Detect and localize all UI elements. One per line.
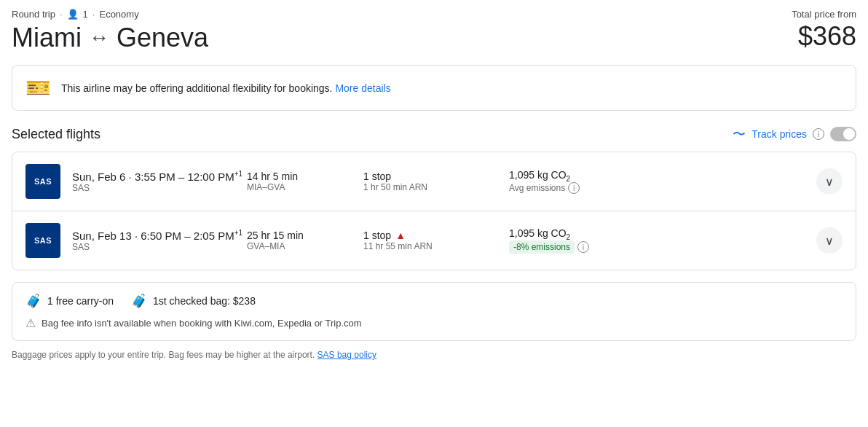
baggage-row: 🧳 1 free carry-on 🧳 1st checked bag: $23… xyxy=(25,293,843,309)
emissions-badge-2: -8% emissions xyxy=(509,240,575,254)
trip-meta: Round trip · 👤 1 · Economy xyxy=(12,9,208,20)
section-header: Selected flights 〜 Track prices i xyxy=(12,125,856,143)
expand-button-1[interactable]: ∨ xyxy=(816,168,843,195)
stops-detail-1: 1 hr 50 min ARN xyxy=(363,182,509,192)
flex-main-text: This airline may be offering additional … xyxy=(61,82,333,94)
flight-emissions-1: 1,095 kg CO2 Avg emissions i xyxy=(509,169,816,195)
more-details-link[interactable]: More details xyxy=(335,82,390,94)
arrival-time-1: 12:00 PM+1 xyxy=(187,171,242,183)
section-title: Selected flights xyxy=(12,127,100,142)
page-container: Round trip · 👤 1 · Economy Miami ↔ Genev… xyxy=(0,0,868,369)
duration-route-2: GVA–MIA xyxy=(247,241,363,251)
passenger-count: 1 xyxy=(83,9,88,20)
emissions-main-1: 1,095 kg CO2 xyxy=(509,169,816,183)
header: Round trip · 👤 1 · Economy Miami ↔ Genev… xyxy=(12,9,856,53)
flight-time-range-1: Sun, Feb 6 · 3:55 PM – 12:00 PM+1 xyxy=(72,170,247,183)
flight-row: SAS Sun, Feb 6 · 3:55 PM – 12:00 PM+1 SA… xyxy=(12,152,856,211)
emissions-label-2: -8% emissions i xyxy=(509,240,816,254)
checked-bag-icon: 🧳 xyxy=(131,293,147,309)
trip-type-label: Round trip xyxy=(12,9,55,20)
warning-icon-2: ▲ xyxy=(395,230,406,241)
duration-main-1: 14 hr 5 min xyxy=(247,171,363,182)
bag-policy-link[interactable]: SAS bag policy xyxy=(317,350,376,360)
airline-logo-2: SAS xyxy=(25,223,60,258)
stops-main-2: 1 stop ▲ xyxy=(363,230,509,241)
warning-triangle-icon: ⚠ xyxy=(25,316,36,330)
stops-detail-2: 11 hr 55 min ARN xyxy=(363,241,509,251)
header-left: Round trip · 👤 1 · Economy Miami ↔ Genev… xyxy=(12,9,208,53)
flight-date-2: Sun, Feb 13 xyxy=(72,230,132,242)
emissions-info-icon-1[interactable]: i xyxy=(568,182,580,194)
flexibility-text: This airline may be offering additional … xyxy=(61,82,391,94)
flight-date-1: Sun, Feb 6 xyxy=(72,171,125,183)
destination-city: Geneva xyxy=(117,23,208,53)
stops-main-1: 1 stop xyxy=(363,171,509,182)
arrival-time-2: 2:05 PM+1 xyxy=(194,230,242,242)
airline-name-2: SAS xyxy=(72,242,247,252)
carry-on-icon: 🧳 xyxy=(25,293,42,309)
carry-on-label: 1 free carry-on xyxy=(47,295,114,307)
flight-times-1: Sun, Feb 6 · 3:55 PM – 12:00 PM+1 SAS xyxy=(72,170,247,193)
flight-stops-1: 1 stop 1 hr 50 min ARN xyxy=(363,171,509,192)
flight-duration-2: 25 hr 15 min GVA–MIA xyxy=(247,230,363,251)
flight-duration-1: 14 hr 5 min MIA–GVA xyxy=(247,171,363,192)
emissions-main-2: 1,095 kg CO2 xyxy=(509,227,816,241)
duration-route-1: MIA–GVA xyxy=(247,182,363,192)
track-prices-label[interactable]: Track prices xyxy=(751,128,807,140)
airline-name-1: SAS xyxy=(72,183,247,193)
flights-container: SAS Sun, Feb 6 · 3:55 PM – 12:00 PM+1 SA… xyxy=(12,152,856,270)
flexibility-banner: 🎫 This airline may be offering additiona… xyxy=(12,65,856,111)
flight-row-2: SAS Sun, Feb 13 · 6:50 PM – 2:05 PM+1 SA… xyxy=(12,211,856,270)
flight-times-2: Sun, Feb 13 · 6:50 PM – 2:05 PM+1 SAS xyxy=(72,229,247,252)
route-title: Miami ↔ Geneva xyxy=(12,23,208,53)
baggage-box: 🧳 1 free carry-on 🧳 1st checked bag: $23… xyxy=(12,282,856,341)
expand-button-2[interactable]: ∨ xyxy=(816,227,843,254)
checked-bag-label: 1st checked bag: $238 xyxy=(153,295,256,307)
header-right: Total price from $368 xyxy=(792,9,856,52)
track-prices-area: 〜 Track prices i xyxy=(733,125,856,143)
origin-city: Miami xyxy=(12,23,82,53)
cabin-class: Economy xyxy=(99,9,138,20)
route-arrow-icon: ↔ xyxy=(89,26,109,50)
flight-stops-2: 1 stop ▲ 11 hr 55 min ARN xyxy=(363,230,509,251)
total-price-label: Total price from xyxy=(792,9,856,20)
baggage-warning-text: Bag fee info isn't available when bookin… xyxy=(42,318,362,329)
baggage-warning: ⚠ Bag fee info isn't available when book… xyxy=(25,316,843,330)
emissions-label-1: Avg emissions i xyxy=(509,182,816,194)
footer-note: Baggage prices apply to your entire trip… xyxy=(12,350,856,360)
departure-time-2: 6:50 PM xyxy=(141,230,181,242)
checked-bag-item: 🧳 1st checked bag: $238 xyxy=(131,293,256,309)
departure-time-1: 3:55 PM xyxy=(135,171,175,183)
track-prices-toggle[interactable] xyxy=(830,127,856,141)
person-icon: 👤 xyxy=(67,9,79,20)
carry-on-item: 🧳 1 free carry-on xyxy=(25,293,114,309)
emissions-info-icon-2[interactable]: i xyxy=(577,241,589,253)
trending-icon: 〜 xyxy=(733,125,746,143)
footer-note-text: Baggage prices apply to your entire trip… xyxy=(12,350,315,360)
total-price-value: $368 xyxy=(792,21,856,52)
flexibility-icon: 🎫 xyxy=(25,76,51,100)
duration-main-2: 25 hr 15 min xyxy=(247,230,363,241)
flight-emissions-2: 1,095 kg CO2 -8% emissions i xyxy=(509,227,816,254)
flight-time-range-2: Sun, Feb 13 · 6:50 PM – 2:05 PM+1 xyxy=(72,229,247,242)
track-prices-info-icon[interactable]: i xyxy=(813,128,824,140)
airline-logo-1: SAS xyxy=(25,164,60,199)
